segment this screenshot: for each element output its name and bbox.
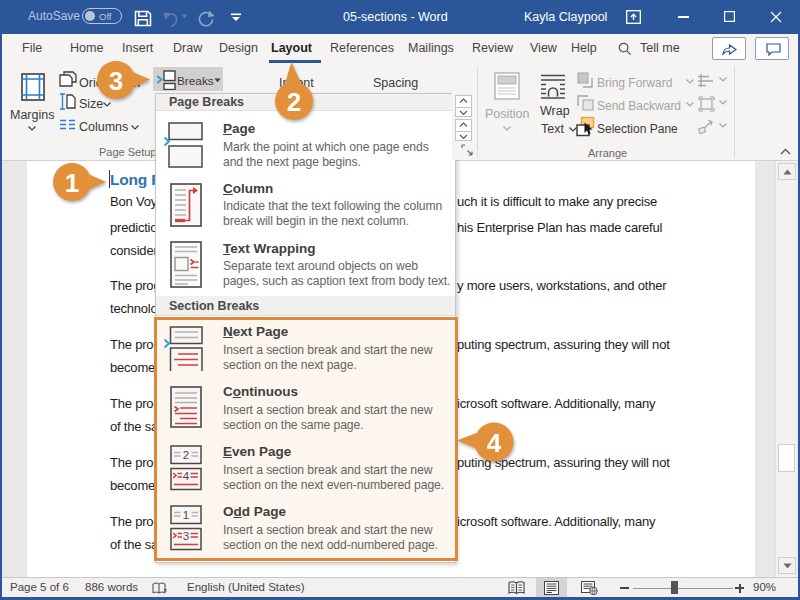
svg-text:3: 3: [109, 66, 123, 96]
svg-text:3: 3: [183, 530, 189, 542]
svg-text:4: 4: [487, 428, 502, 458]
svg-text:1: 1: [65, 168, 79, 198]
svg-text:1: 1: [183, 509, 189, 521]
svg-text:4: 4: [183, 470, 190, 482]
svg-text:2: 2: [183, 449, 189, 461]
svg-text:2: 2: [287, 87, 301, 117]
